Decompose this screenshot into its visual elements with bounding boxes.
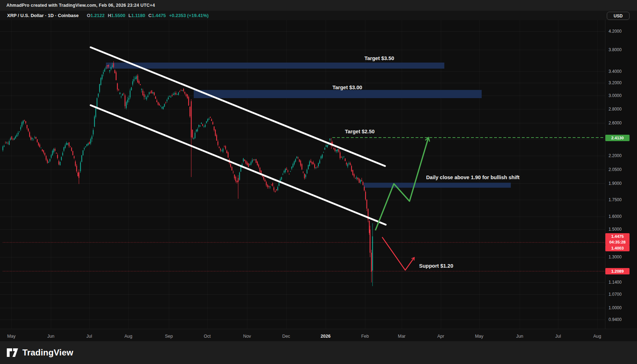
time-axis-label: Aug <box>124 334 132 339</box>
horizontal-gridline <box>0 71 605 72</box>
drawn-hlines <box>3 138 605 271</box>
horizontal-gridline <box>0 183 605 184</box>
bearish-projection-arrow[interactable] <box>382 237 414 270</box>
price-axis-label: 3.2000 <box>609 80 622 86</box>
time-axis-label: Nov <box>243 334 251 339</box>
price-axis-label: 1.6000 <box>609 214 622 219</box>
footer-bar: TradingView <box>0 341 637 364</box>
price-axis-label: 2.6000 <box>609 120 622 126</box>
price-axis-label: 0.9400 <box>609 317 622 322</box>
horizontal-gridline <box>0 320 605 320</box>
time-axis-label: Dec <box>282 334 290 339</box>
horizontal-gridline <box>0 170 605 170</box>
time-axis-label: Apr <box>437 334 444 339</box>
price-axis-label: 1.3000 <box>609 254 622 260</box>
horizontal-gridline <box>0 50 605 50</box>
time-axis-label: May <box>7 334 16 339</box>
time-axis-label: Jul <box>555 334 561 339</box>
vertical-gridline <box>520 20 520 329</box>
annotation-support-1-20[interactable]: Support $1.20 <box>419 263 453 269</box>
horizontal-gridline <box>0 282 605 283</box>
time-axis-label: May <box>475 334 483 339</box>
annotation-target-3-00[interactable]: Target $3.00 <box>332 85 362 90</box>
ohlc-key: C <box>148 13 151 18</box>
horizontal-gridline <box>0 156 605 156</box>
symbol-title[interactable]: XRP / U.S. Dollar · 1D · Coinbase <box>7 13 79 18</box>
time-axis-label: Sep <box>165 334 173 339</box>
horizontal-gridline <box>0 294 605 295</box>
horizontal-gridline <box>0 216 605 217</box>
ohlc-value: 1.5500 <box>111 13 125 18</box>
time-axis[interactable] <box>0 329 637 341</box>
horizontal-gridline <box>0 109 605 109</box>
attribution-text: AhmadPro created with TradingView.com, F… <box>6 3 155 8</box>
price-axis-label: 1.0700 <box>609 291 622 297</box>
ohlc-readout: O1.2122H1.5500L1.1180C1.4475 <box>84 13 166 18</box>
price-axis-label: 1.0000 <box>609 305 622 311</box>
horizontal-gridline <box>0 229 605 230</box>
annotation-target-2-50[interactable]: Target $2.50 <box>345 129 375 134</box>
time-axis-label: Aug <box>593 334 601 339</box>
chart-canvas[interactable] <box>0 0 637 364</box>
price-axis-label: 4.2000 <box>609 28 622 34</box>
price-tag-14003: 1.4003 <box>605 245 630 251</box>
price-axis-label: 3.8000 <box>609 47 622 53</box>
price-axis-border <box>605 20 605 329</box>
price-tag-14475: 1.447504:35:28 <box>605 233 630 245</box>
price-axis-label: 3.4000 <box>609 69 622 74</box>
vertical-gridline <box>89 20 90 329</box>
change-readout: +0.2353 (+19.41%) <box>169 13 209 18</box>
price-tag-line: 1.4003 <box>605 245 630 251</box>
horizontal-gridline <box>0 200 605 200</box>
target-3.50-zone[interactable] <box>106 63 444 69</box>
annotation-target-3-50[interactable]: Target $3.50 <box>364 55 394 61</box>
horizontal-gridline <box>0 31 605 32</box>
vertical-gridline <box>11 20 12 329</box>
time-axis-label: Mar <box>398 334 406 339</box>
attribution-bar: AhmadPro created with TradingView.com, F… <box>0 0 637 11</box>
price-axis-label: 2.8000 <box>609 106 622 112</box>
horizontal-gridline <box>0 308 605 308</box>
ohlc-value: 1.2122 <box>90 13 105 18</box>
horizontal-gridline <box>0 83 605 83</box>
vertical-gridline <box>558 20 558 329</box>
ohlc-key: O <box>87 13 90 18</box>
price-axis-label: 1.5000 <box>609 226 622 232</box>
horizontal-gridline <box>0 123 605 123</box>
price-axis-label: 1.7500 <box>609 197 622 203</box>
descending-channel <box>91 47 386 225</box>
time-axis-label: Feb <box>361 334 369 339</box>
currency-toggle-button[interactable]: USD <box>607 12 630 20</box>
vertical-gridline <box>51 20 51 329</box>
price-tag-line: 1.2089 <box>605 268 630 274</box>
price-tag-24130: 2.4130 <box>605 135 630 141</box>
price-axis-label: 2.2000 <box>609 153 622 159</box>
tradingview-logo[interactable]: TradingView <box>6 348 73 358</box>
target-3.00-zone[interactable] <box>194 90 482 98</box>
price-tag-12089: 1.2089 <box>605 268 630 274</box>
price-tag-line: 04:35:28 <box>605 239 630 245</box>
vertical-gridline <box>597 20 598 329</box>
time-axis-label: Jul <box>86 334 92 339</box>
horizontal-gridline <box>0 257 605 257</box>
breakout-1.90-zone[interactable] <box>364 183 511 188</box>
price-tag-line: 2.4130 <box>605 135 630 141</box>
ohlc-value: 1.4475 <box>152 13 166 18</box>
time-axis-label: Jun <box>47 334 54 339</box>
annotation-daily-close-above-1-90-for-bullish-shift[interactable]: Daily close above 1.90 for bullish shift <box>426 175 520 180</box>
chart-header: XRP / U.S. Dollar · 1D · Coinbase O1.212… <box>0 11 637 20</box>
tradingview-window: AhmadPro created with TradingView.com, F… <box>0 0 637 364</box>
price-axis-label: 1.9000 <box>609 181 622 186</box>
tradingview-logo-text: TradingView <box>22 348 73 358</box>
time-axis-label: Jun <box>516 334 523 339</box>
time-axis-label: 2026 <box>321 334 331 339</box>
horizontal-gridline <box>0 139 605 139</box>
ohlc-key: H <box>108 13 111 18</box>
tradingview-logo-icon <box>6 348 18 357</box>
ohlc-value: 1.1180 <box>131 13 145 18</box>
price-axis-label: 2.0500 <box>609 167 622 172</box>
price-tag-line: 1.4475 <box>605 234 630 239</box>
time-axis-label: Oct <box>204 334 210 339</box>
price-axis-label: 1.1400 <box>609 279 622 285</box>
price-axis-label: 3.0000 <box>609 93 622 98</box>
